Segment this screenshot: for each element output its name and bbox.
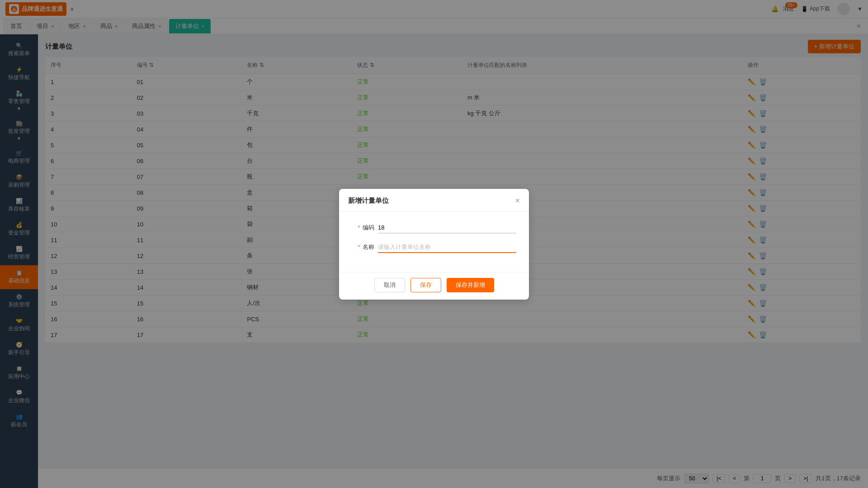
required-star-2: * [358, 244, 360, 250]
code-input[interactable] [378, 222, 516, 234]
form-row-name: * 名称 [352, 242, 516, 253]
modal-overlay: 新增计量单位 × * 编码 * 名称 取消 保存 保存并新增 [0, 0, 868, 488]
name-input[interactable] [378, 242, 516, 253]
required-star: * [358, 224, 360, 231]
modal-close-btn[interactable]: × [515, 196, 520, 206]
add-unit-modal: 新增计量单位 × * 编码 * 名称 取消 保存 保存并新增 [339, 189, 529, 300]
cancel-button[interactable]: 取消 [374, 278, 405, 292]
modal-body: * 编码 * 名称 [339, 211, 529, 272]
save-button[interactable]: 保存 [410, 278, 441, 292]
save-new-button[interactable]: 保存并新增 [447, 278, 494, 292]
modal-title: 新增计量单位 [348, 197, 389, 205]
modal-header: 新增计量单位 × [339, 189, 529, 211]
name-label: * 名称 [352, 243, 374, 251]
form-row-code: * 编码 [352, 222, 516, 234]
modal-footer: 取消 保存 保存并新增 [339, 272, 529, 300]
code-label: * 编码 [352, 224, 374, 232]
